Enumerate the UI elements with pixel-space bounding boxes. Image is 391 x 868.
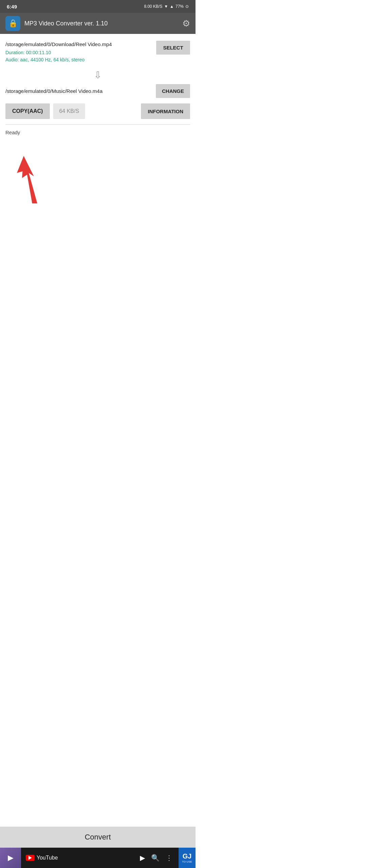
status-text: Ready xyxy=(5,129,190,136)
red-arrow-annotation xyxy=(10,149,78,218)
input-file-section: /storage/emulated/0/Download/Reel Video.… xyxy=(5,41,190,63)
output-file-section: /storage/emulated/0/Music/Reel Video.m4a… xyxy=(5,84,190,98)
app-title: MP3 Video Converter ver. 1.10 xyxy=(24,20,178,27)
svg-marker-0 xyxy=(22,156,37,203)
input-file-path: /storage/emulated/0/Download/Reel Video.… xyxy=(5,41,152,48)
select-button[interactable]: SELECT xyxy=(156,41,190,55)
status-time: 6:49 xyxy=(7,4,17,9)
app-bar: MP3 Video Converter ver. 1.10 ⚙ xyxy=(0,13,196,34)
svg-marker-1 xyxy=(17,156,29,173)
status-signal: 8.00 KB/S xyxy=(144,4,162,9)
signal-icon: ▲ xyxy=(170,4,174,9)
bitrate-button[interactable]: 64 KB/S xyxy=(53,103,85,119)
input-file-info: /storage/emulated/0/Download/Reel Video.… xyxy=(5,41,152,63)
status-battery: 77% xyxy=(176,4,184,9)
file-duration: Duration: 00:00:11.10 xyxy=(5,49,152,56)
battery-icon: ⊙ xyxy=(185,4,189,9)
action-row: COPY(AAC) 64 KB/S INFORMATION xyxy=(5,103,190,119)
copy-aac-button[interactable]: COPY(AAC) xyxy=(5,103,50,119)
file-audio: Audio: aac, 44100 Hz, 64 kb/s, stereo xyxy=(5,56,152,63)
divider xyxy=(5,124,190,125)
wifi-icon: ▼ xyxy=(164,4,168,9)
arrow-down-container: ⇩ xyxy=(5,66,190,84)
arrow-down-icon: ⇩ xyxy=(94,70,102,81)
information-button[interactable]: INFORMATION xyxy=(141,103,190,119)
settings-icon[interactable]: ⚙ xyxy=(182,18,190,29)
status-bar: 6:49 8.00 KB/S ▼ ▲ 77% ⊙ xyxy=(0,0,196,13)
output-file-path: /storage/emulated/0/Music/Reel Video.m4a xyxy=(5,87,152,95)
app-icon xyxy=(5,16,20,31)
status-right: 8.00 KB/S ▼ ▲ 77% ⊙ xyxy=(144,4,189,9)
change-button[interactable]: CHANGE xyxy=(156,84,190,98)
main-content: /storage/emulated/0/Download/Reel Video.… xyxy=(0,34,196,143)
